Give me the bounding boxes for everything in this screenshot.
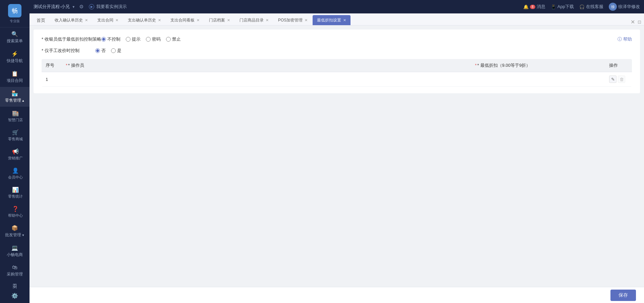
headset-icon: 🎧	[579, 4, 585, 9]
save-button[interactable]: 保存	[610, 290, 636, 301]
page-content: * 收银员低于最低折扣控制策略 不控制 提示	[30, 26, 644, 287]
sidebar-item-help-center[interactable]: ❓ 帮助中心	[0, 202, 30, 221]
sidebar-item-marketing[interactable]: 📢 营销推广	[0, 145, 30, 164]
retail-icon: 🏪	[11, 90, 18, 97]
user-name: 徐泽华修改	[618, 4, 640, 10]
tab-pos-encrypt[interactable]: POS加密管理 ✕	[274, 15, 312, 25]
chevron-down-icon: ▲	[22, 99, 25, 102]
tab-close-icon[interactable]: ✕	[115, 18, 118, 22]
option-password[interactable]: 密码	[146, 36, 161, 42]
tab-store-catalog[interactable]: 门店商品目录 ✕	[235, 15, 273, 25]
tab-close-icon[interactable]: ✕	[197, 18, 200, 22]
option-label: 提示	[132, 36, 141, 42]
sidebar-item-label: 快捷导航	[7, 58, 23, 64]
tab-min-discount[interactable]: 最低折扣设置 ✕	[313, 15, 351, 25]
edit-row-button[interactable]: ✎	[609, 75, 616, 83]
app-logo-icon: 畅	[8, 4, 21, 17]
tab-label: 收入确认单历史	[55, 17, 83, 23]
option-no-control[interactable]: 不控制	[101, 36, 120, 42]
avatar: 徐	[609, 3, 617, 11]
project-dropdown-icon: ▼	[72, 5, 75, 9]
cell-discount[interactable]	[471, 72, 605, 87]
retail-mall-icon: 🛒	[12, 129, 19, 136]
discount-table: 序号 ** 操作员 ** 最低折扣（9.00等于9折） 操作	[42, 59, 632, 87]
tab-expense-contract[interactable]: 支出合同 ✕	[93, 15, 123, 25]
sidebar-item-retail[interactable]: 🏪 零售管理 ▲	[0, 87, 30, 107]
bell-icon: 🔔	[523, 4, 529, 9]
col-discount-header: ** 最低折扣（9.00等于9折）	[471, 59, 605, 72]
sidebar-item-label: 搜索菜单	[7, 38, 23, 44]
tab-store-archive[interactable]: 门店档案 ✕	[205, 15, 234, 25]
operator-input[interactable]	[66, 77, 467, 82]
help-button[interactable]: ⓘ 帮助	[618, 36, 632, 42]
tab-close-all-icon[interactable]: ✕	[631, 19, 635, 25]
discount-table-container: 序号 ** 操作员 ** 最低折扣（9.00等于9折） 操作	[42, 59, 632, 87]
sidebar-item-retail-stat[interactable]: 📊 零售统计	[0, 183, 30, 202]
tab-expense-history[interactable]: 支出确认单历史 ✕	[123, 15, 165, 25]
question-circle-icon: ⓘ	[618, 36, 622, 42]
app-download-button[interactable]: 📱 App下载	[551, 4, 574, 10]
sidebar-item-contract[interactable]: 📋 项目合同	[0, 67, 30, 87]
topbar-right: 🔔 8 消息 📱 App下载 🎧 在线客服 徐 徐泽华修改	[523, 3, 640, 11]
sidebar-item-label: 批发管理	[5, 232, 21, 238]
tab-close-icon[interactable]: ✕	[266, 18, 269, 22]
table-row: 1 ✎ 🗑	[42, 72, 632, 87]
project-selector[interactable]: 测试分开流程-小兄 ▼	[34, 4, 75, 10]
discount-input[interactable]	[475, 77, 601, 82]
app-logo-text: 专业版	[10, 19, 20, 23]
sidebar-item-inventory[interactable]: 🗄 库存核算	[0, 281, 30, 289]
demo-circle-icon: ▶	[89, 4, 94, 9]
sidebar-item-smart-store[interactable]: 🏬 智慧门店	[0, 107, 30, 126]
row-action-buttons: ✎ 🗑	[609, 75, 628, 83]
cell-action: ✎ 🗑	[605, 72, 632, 87]
option-label: 不控制	[107, 36, 120, 42]
cashier-strategy-options: 不控制 提示 密码 禁	[101, 36, 181, 42]
tab-home-label: 首页	[37, 17, 45, 23]
settings-gear-button[interactable]: ⚙️	[10, 289, 19, 303]
option-no[interactable]: 否	[95, 48, 106, 54]
tab-bar: 首页 收入确认单历史 ✕ 支出合同 ✕ 支出确认单历史 ✕ 支出合同看板 ✕ 门…	[30, 13, 644, 26]
demo-label: 我要看实例演示	[96, 4, 127, 10]
sidebar-item-retail-mall[interactable]: 🛒 零售商城	[0, 126, 30, 145]
sidebar-item-label: 零售统计	[8, 194, 23, 199]
tab-close-icon[interactable]: ✕	[343, 18, 346, 22]
customer-service-label: 在线客服	[586, 4, 603, 10]
sidebar-item-member[interactable]: 👤 会员中心	[0, 164, 30, 183]
sidebar-item-search[interactable]: 🔍 搜索菜单	[0, 28, 30, 47]
sidebar-item-quicknav[interactable]: ⚡ 快捷导航	[0, 47, 30, 67]
tab-expand-icon[interactable]: ⊡	[638, 19, 641, 24]
user-menu-button[interactable]: 徐 徐泽华修改	[609, 3, 640, 11]
messages-button[interactable]: 🔔 8 消息	[523, 4, 545, 10]
col-action-header: 操作	[605, 59, 632, 72]
sidebar-item-purchase[interactable]: 🛍 采购管理	[0, 261, 30, 281]
option-remind[interactable]: 提示	[126, 36, 141, 42]
sidebar-item-label: 项目合同	[7, 78, 23, 84]
tab-close-icon[interactable]: ✕	[158, 18, 161, 22]
option-yes[interactable]: 是	[111, 48, 121, 54]
ecommerce-icon: 💻	[11, 245, 18, 251]
cashier-strategy-label: * 收银员低于最低折扣控制策略	[42, 36, 101, 42]
settings-icon[interactable]: ⚙	[79, 4, 84, 10]
option-forbid[interactable]: 禁止	[166, 36, 181, 42]
tab-label: 支出合同	[97, 17, 113, 23]
cell-operator[interactable]	[62, 72, 471, 87]
page-footer: 保存	[30, 287, 644, 303]
tab-income-history[interactable]: 收入确认单历史 ✕	[50, 15, 92, 25]
option-label: 是	[117, 48, 121, 54]
tab-label: 支出确认单历史	[128, 17, 156, 23]
cell-seq: 1	[42, 72, 62, 87]
tab-close-icon[interactable]: ✕	[85, 18, 88, 22]
sidebar-item-ecommerce[interactable]: 💻 小畅电商	[0, 241, 30, 261]
demo-button[interactable]: ▶ 我要看实例演示	[89, 4, 127, 10]
tab-close-icon[interactable]: ✕	[227, 18, 230, 22]
project-name: 测试分开流程-小兄	[34, 4, 70, 10]
phone-icon: 📱	[551, 4, 556, 9]
tab-expense-board[interactable]: 支出合同看板 ✕	[166, 15, 204, 25]
help-center-icon: ❓	[12, 206, 19, 212]
sidebar-item-wholesale[interactable]: 📦 批发管理 ▼	[0, 221, 30, 241]
customer-service-button[interactable]: 🎧 在线客服	[579, 4, 603, 10]
tab-home[interactable]: 首页	[32, 15, 50, 25]
messages-badge: 8	[530, 5, 535, 9]
tab-close-icon[interactable]: ✕	[305, 18, 308, 22]
delete-row-button[interactable]: 🗑	[618, 75, 625, 83]
